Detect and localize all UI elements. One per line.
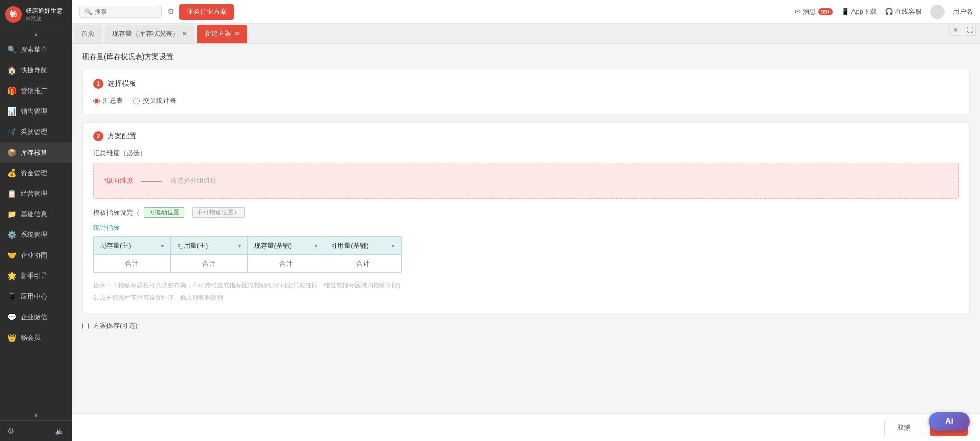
dimension-box: *纵向维度 —— 请选择分组维度: [93, 163, 959, 199]
chevron-down-icon-0[interactable]: ▾: [161, 243, 164, 249]
panel-close-btn[interactable]: ✕: [949, 24, 961, 36]
search-input[interactable]: [95, 8, 156, 15]
ai-float-button[interactable]: Ai: [929, 412, 970, 431]
sidebar-item-label: 基础信息: [21, 210, 47, 219]
tip-2: 2. 点击标题栏下拉可设置排序、插入列和删除列: [93, 292, 959, 304]
folder-icon: 📁: [7, 210, 16, 219]
home-icon: 🏠: [7, 66, 16, 75]
sidebar-item-basic-info[interactable]: 📁 基础信息: [0, 204, 72, 225]
online-service-label: 在线客服: [895, 7, 922, 16]
download-icon: 📱: [841, 8, 849, 15]
tab-inventory-status[interactable]: 现存量（库存状况表） ✕: [105, 25, 194, 43]
trial-btn[interactable]: 体验行业方案: [179, 4, 234, 20]
stats-col-body-2: 合计: [248, 255, 324, 272]
footer-bar: 取消 查询: [72, 413, 980, 441]
search-icon: 🔍: [85, 8, 93, 15]
sidebar-item-label: 企业微信: [21, 313, 47, 322]
sidebar-item-purchase[interactable]: 🛒 采购管理: [0, 122, 72, 142]
template-radio-group: 汇总表 交叉统计表: [93, 96, 959, 105]
crown-icon: 👑: [7, 333, 16, 342]
tab-new-scheme[interactable]: 新建方案 ✕: [197, 25, 247, 43]
sidebar-scroll-up[interactable]: ▲: [0, 29, 72, 40]
stats-col-3: 可用量(基辅) ▾ 合计: [324, 237, 401, 272]
stats-label: 统计指标: [93, 223, 959, 232]
sidebar-item-contract[interactable]: 🤝 企业协同: [0, 245, 72, 266]
sidebar-item-search-menu[interactable]: 🔍 搜索菜单: [0, 40, 72, 60]
sidebar-item-label: 系统管理: [21, 230, 47, 240]
radio-summary-input[interactable]: [93, 98, 100, 104]
radio-cross-input[interactable]: [133, 98, 140, 104]
sidebar-item-marketing[interactable]: 🎁 营销推广: [0, 81, 72, 101]
radio-summary-label: 汇总表: [103, 96, 123, 105]
stats-col-body-0: 合计: [94, 255, 170, 272]
main-wrapper: 🔍 ⚙ 体验行业方案 ✉ 消息 99+ 📱 App下载 🎧 在线客服 用户名: [72, 0, 980, 441]
sidebar-item-inventory[interactable]: 📦 库存核算: [0, 142, 72, 163]
sidebar-item-business[interactable]: 📋 经营管理: [0, 183, 72, 204]
gift-icon: 🎁: [7, 86, 16, 96]
stats-col-header-label-1: 可用量(主): [177, 241, 208, 250]
sidebar-item-label: 库存核算: [21, 148, 47, 157]
sidebar-item-member[interactable]: 👑 畅会员: [0, 327, 72, 348]
tab-home[interactable]: 首页: [74, 25, 102, 43]
user-avatar[interactable]: [930, 5, 945, 19]
sidebar-item-newbie[interactable]: 🌟 新手引导: [0, 266, 72, 286]
content-area: 现存量(库存状况表)方案设置 1 选择模板 汇总表 交叉统计表: [72, 44, 980, 413]
page-title: 现存量(库存状况表)方案设置: [82, 52, 970, 62]
clipboard-icon: 📋: [7, 189, 16, 198]
topbar: 🔍 ⚙ 体验行业方案 ✉ 消息 99+ 📱 App下载 🎧 在线客服 用户名: [72, 0, 980, 24]
stats-col-body-3: 合计: [324, 255, 401, 272]
cancel-button[interactable]: 取消: [884, 419, 923, 436]
sidebar-item-app-center[interactable]: 📱 应用中心: [0, 286, 72, 307]
search-box[interactable]: 🔍: [79, 6, 162, 18]
indicator-settings-label: 模板指标设定（: [93, 208, 140, 217]
panel-expand-btn[interactable]: ⛶: [964, 24, 976, 36]
stats-table-header: 现存量(主) ▾ 合计 可用量(主) ▾ 合计: [94, 237, 401, 272]
section-choose-template: 1 选择模板 汇总表 交叉统计表: [82, 70, 970, 114]
sidebar-scroll-down[interactable]: ▼: [0, 410, 72, 420]
star-icon: 🌟: [7, 271, 16, 281]
radio-summary[interactable]: 汇总表: [93, 96, 123, 105]
app-download-action[interactable]: 📱 App下载: [841, 7, 877, 16]
cart-icon: 🛒: [7, 127, 16, 137]
sales-icon: 📊: [7, 107, 16, 116]
tip-1: 提示： 1.拖动标题栏可以调整布局，不可跨维度或指标区域拖动栏目字段(只能在同一…: [93, 280, 959, 291]
tab-inventory-close-icon[interactable]: ✕: [182, 30, 187, 38]
sidebar-item-sales[interactable]: 📊 销售管理: [0, 101, 72, 122]
sidebar-item-system[interactable]: ⚙️ 系统管理: [0, 225, 72, 245]
tab-new-scheme-close-icon[interactable]: ✕: [234, 30, 240, 38]
sidebar-logo: 畅 畅康通好生意 标准版: [0, 0, 72, 29]
sound-icon[interactable]: 🔈: [55, 426, 65, 436]
stats-col-header-label-3: 可用量(基辅): [331, 241, 369, 250]
save-checkbox[interactable]: [82, 323, 89, 329]
phone-icon: 📱: [7, 292, 16, 301]
logo-icon: 畅: [5, 6, 22, 23]
sidebar-item-quick-nav[interactable]: 🏠 快捷导航: [0, 60, 72, 81]
tips-section: 提示： 1.拖动标题栏可以调整布局，不可跨维度或指标区域拖动栏目字段(只能在同一…: [93, 280, 959, 303]
tab-home-label: 首页: [81, 29, 95, 39]
settings-gear-icon[interactable]: ⚙: [167, 7, 174, 16]
stats-col-header-3[interactable]: 可用量(基辅) ▾: [324, 237, 401, 255]
stats-col-header-1[interactable]: 可用量(主) ▾: [171, 237, 247, 255]
sidebar-item-finance[interactable]: 💰 资金管理: [0, 163, 72, 183]
chevron-down-icon-1[interactable]: ▾: [238, 243, 241, 249]
chevron-down-icon-2[interactable]: ▾: [315, 243, 318, 249]
radio-cross[interactable]: 交叉统计表: [133, 96, 176, 105]
section2-header: 2 方案配置: [93, 131, 959, 141]
settings-icon[interactable]: ⚙: [7, 426, 14, 436]
sidebar-item-wechat[interactable]: 💬 企业微信: [0, 307, 72, 327]
online-service-action[interactable]: 🎧 在线客服: [885, 7, 922, 16]
service-icon: 🎧: [885, 8, 893, 15]
stats-col-2: 现存量(基辅) ▾ 合计: [248, 237, 325, 272]
section1-header: 1 选择模板: [93, 79, 959, 89]
sidebar-nav: 🔍 搜索菜单 🏠 快捷导航 🎁 营销推广 📊 销售管理 🛒 采购管理 📦 库存核…: [0, 40, 72, 410]
stats-col-header-2[interactable]: 现存量(基辅) ▾: [248, 237, 324, 255]
stats-table: 现存量(主) ▾ 合计 可用量(主) ▾ 合计: [93, 236, 402, 273]
stats-col-header-0[interactable]: 现存量(主) ▾: [94, 237, 170, 255]
stats-col-header-label-2: 现存量(基辅): [254, 241, 292, 250]
chat-icon: 💬: [7, 313, 16, 322]
indicator-settings: 模板指标设定（ 可拖动位置 不可拖动位置）: [93, 207, 959, 218]
save-section: 方案保存(可选): [82, 321, 970, 330]
sidebar-item-label: 资金管理: [21, 169, 47, 178]
message-action[interactable]: ✉ 消息 99+: [795, 7, 833, 16]
chevron-down-icon-3[interactable]: ▾: [392, 243, 395, 249]
